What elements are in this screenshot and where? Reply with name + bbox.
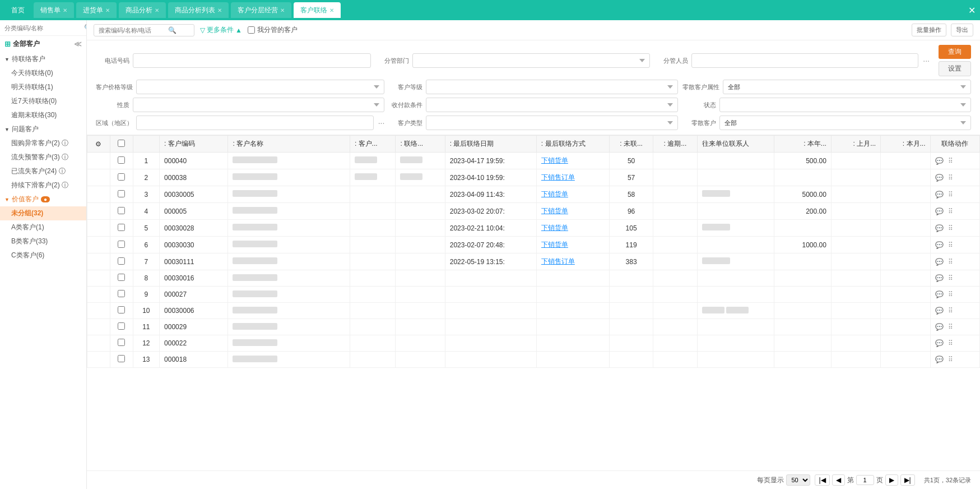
nav-tab-customer-contact[interactable]: 客户联络 ✕ bbox=[294, 2, 341, 18]
page-size-select[interactable]: 50 bbox=[786, 474, 810, 486]
nav-tab-analysis-list[interactable]: 商品分析列表 ✕ bbox=[168, 2, 229, 18]
action-more-icon[interactable]: ⠿ bbox=[948, 258, 953, 266]
th-code[interactable]: : 客户编码 bbox=[160, 136, 228, 153]
action-more-icon[interactable]: ⠿ bbox=[948, 307, 953, 315]
export-button[interactable]: 导出 bbox=[951, 24, 973, 36]
th-partner[interactable]: 往来单位联系人 bbox=[697, 136, 774, 153]
status-select[interactable] bbox=[719, 98, 971, 112]
retail-customer-select[interactable]: 全部 bbox=[719, 116, 971, 130]
sidebar-search-box[interactable]: 🔍 bbox=[0, 20, 86, 36]
th-settings[interactable]: ⚙ bbox=[87, 136, 110, 153]
pagination-prev[interactable]: ◀ bbox=[832, 474, 845, 486]
region-input[interactable] bbox=[136, 116, 374, 130]
cell-check[interactable] bbox=[110, 220, 133, 237]
row-checkbox[interactable] bbox=[118, 322, 125, 330]
last-way-link[interactable]: 下销货单 bbox=[541, 207, 568, 215]
cell-check[interactable] bbox=[110, 319, 133, 335]
th-last-way[interactable]: : 最后联络方式 bbox=[536, 136, 609, 153]
sidebar-item-hoarding[interactable]: 囤购异常客户(2) ⓘ bbox=[0, 136, 86, 150]
payment-select[interactable] bbox=[426, 98, 677, 112]
filter-search-input[interactable] bbox=[99, 27, 166, 34]
row-checkbox[interactable] bbox=[118, 339, 125, 346]
row-checkbox[interactable] bbox=[118, 224, 125, 231]
action-more-icon[interactable]: ⠿ bbox=[948, 157, 953, 165]
last-way-link[interactable]: 下销售订单 bbox=[541, 173, 575, 181]
more-conditions-btn[interactable]: ▽ 更多条件 ▲ bbox=[200, 25, 242, 35]
nav-tab-analysis[interactable]: 商品分析 ✕ bbox=[119, 2, 166, 18]
cell-check[interactable] bbox=[110, 287, 133, 303]
cell-check[interactable] bbox=[110, 352, 133, 368]
cell-check[interactable] bbox=[110, 237, 133, 253]
sidebar-group-value[interactable]: ▼ 价值客户 ● bbox=[0, 192, 86, 206]
nav-tab-sales[interactable]: 销售单 ✕ bbox=[34, 2, 74, 18]
action-more-icon[interactable]: ⠿ bbox=[948, 174, 953, 182]
action-comment-icon[interactable]: 💬 bbox=[935, 174, 944, 182]
nav-tab-sales-close[interactable]: ✕ bbox=[63, 7, 67, 13]
nav-tab-customer-mgmt-close[interactable]: ✕ bbox=[280, 7, 285, 13]
cell-check[interactable] bbox=[110, 169, 133, 186]
action-comment-icon[interactable]: 💬 bbox=[935, 307, 944, 315]
cell-check[interactable] bbox=[110, 186, 133, 203]
sidebar-item-churn-warning[interactable]: 流失预警客户(3) ⓘ bbox=[0, 150, 86, 164]
last-way-link[interactable]: 下销货单 bbox=[541, 190, 568, 198]
last-way-link[interactable]: 下销货单 bbox=[541, 241, 568, 248]
filter-search-box[interactable]: 🔍 bbox=[94, 24, 194, 36]
sidebar-item-today-pending[interactable]: 今天待联络(0) bbox=[0, 66, 86, 80]
sidebar-all-customers[interactable]: ⊞ 全部客户 ≪ bbox=[0, 36, 86, 52]
th-name[interactable]: : 客户名称 bbox=[228, 136, 350, 153]
action-more-icon[interactable]: ⠿ bbox=[948, 191, 953, 199]
last-way-link[interactable]: 下销货单 bbox=[541, 156, 568, 164]
row-checkbox[interactable] bbox=[118, 306, 125, 313]
sidebar-item-7days-pending[interactable]: 近7天待联络(0) bbox=[0, 94, 86, 108]
action-comment-icon[interactable]: 💬 bbox=[935, 356, 944, 363]
region-dots[interactable]: ··· bbox=[378, 118, 385, 127]
sidebar-item-ungrouped[interactable]: 未分组(32) bbox=[0, 206, 86, 220]
action-more-icon[interactable]: ⠿ bbox=[948, 274, 953, 282]
pagination-next[interactable]: ▶ bbox=[885, 474, 898, 486]
nav-tab-analysis-close[interactable]: ✕ bbox=[155, 7, 159, 13]
sidebar-item-class-c[interactable]: C类客户(6) bbox=[0, 248, 86, 262]
th-type[interactable]: : 客户... bbox=[350, 136, 396, 153]
sidebar-search-input[interactable] bbox=[4, 25, 82, 31]
window-close-button[interactable]: ✕ bbox=[968, 5, 976, 16]
th-last-month[interactable]: : 上月... bbox=[831, 136, 880, 153]
pagination-first[interactable]: |◀ bbox=[815, 474, 829, 486]
my-customers-checkbox[interactable] bbox=[248, 26, 255, 34]
row-checkbox[interactable] bbox=[118, 190, 125, 197]
row-checkbox[interactable] bbox=[118, 156, 125, 164]
action-more-icon[interactable]: ⠿ bbox=[948, 241, 953, 249]
nav-home-tab[interactable]: 首页 bbox=[4, 2, 31, 18]
pagination-last[interactable]: ▶| bbox=[900, 474, 915, 486]
cell-check[interactable] bbox=[110, 303, 133, 319]
nav-tab-purchase-close[interactable]: ✕ bbox=[105, 7, 110, 13]
action-comment-icon[interactable]: 💬 bbox=[935, 258, 944, 266]
action-more-icon[interactable]: ⠿ bbox=[948, 323, 953, 331]
row-checkbox[interactable] bbox=[118, 274, 125, 281]
th-overdue[interactable]: : 逾期... bbox=[653, 136, 697, 153]
action-more-icon[interactable]: ⠿ bbox=[948, 207, 953, 215]
th-last-date[interactable]: : 最后联络日期 bbox=[445, 136, 536, 153]
th-this-month[interactable]: : 本月... bbox=[881, 136, 930, 153]
nature-select[interactable] bbox=[133, 98, 384, 112]
action-more-icon[interactable]: ⠿ bbox=[948, 224, 953, 232]
cell-check[interactable] bbox=[110, 270, 133, 287]
last-way-link[interactable]: 下销货单 bbox=[541, 224, 568, 232]
action-comment-icon[interactable]: 💬 bbox=[935, 157, 944, 165]
nav-tab-analysis-list-close[interactable]: ✕ bbox=[217, 7, 222, 13]
action-comment-icon[interactable]: 💬 bbox=[935, 241, 944, 249]
row-checkbox[interactable] bbox=[118, 257, 125, 265]
row-checkbox[interactable] bbox=[118, 355, 125, 362]
action-comment-icon[interactable]: 💬 bbox=[935, 290, 944, 298]
action-comment-icon[interactable]: 💬 bbox=[935, 274, 944, 282]
nav-tab-purchase[interactable]: 进货单 ✕ bbox=[76, 2, 117, 18]
action-more-icon[interactable]: ⠿ bbox=[948, 290, 953, 298]
person-dots[interactable]: ··· bbox=[923, 56, 930, 65]
phone-input[interactable] bbox=[133, 53, 371, 68]
page-input[interactable] bbox=[856, 475, 874, 485]
cell-check[interactable] bbox=[110, 335, 133, 352]
th-this-year[interactable]: : 本年... bbox=[774, 136, 831, 153]
sidebar-group-problem[interactable]: ▼ 问题客户 bbox=[0, 122, 86, 136]
batch-ops-button[interactable]: 批量操作 bbox=[912, 24, 946, 36]
sidebar-collapse-icon[interactable]: ≪ bbox=[74, 40, 82, 48]
action-more-icon[interactable]: ⠿ bbox=[948, 356, 953, 363]
